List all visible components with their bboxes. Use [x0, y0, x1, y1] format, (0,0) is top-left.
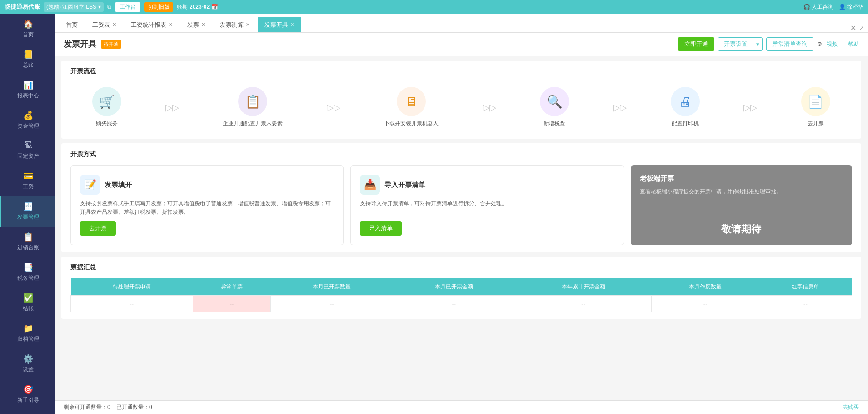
summary-data-row: -- -- -- -- -- -- -- [71, 296, 852, 312]
header-month-count: 本月已开票数量 [271, 278, 393, 296]
open-now-button[interactable]: 立即开通 [678, 37, 714, 51]
help-area: ⚙ 视频 | 帮助 [817, 40, 859, 48]
open-settings-button[interactable]: 开票设置 [718, 38, 753, 50]
abnormal-list-button[interactable]: 异常清单查询 [766, 37, 813, 51]
flow-step-buy[interactable]: 🛒 购买服务 [92, 87, 121, 127]
sidebar-label-invoice: 发票管理 [17, 213, 39, 221]
funds-icon: 💰 [23, 111, 33, 121]
tab-home[interactable]: 首页 [59, 17, 85, 32]
switch-old-button[interactable]: 切到旧版 [144, 2, 173, 12]
flow-step-download[interactable]: 🖥 下载并安装开票机器人 [384, 87, 439, 127]
calendar-icon[interactable]: 📅 [211, 4, 218, 10]
cell-abnormal: -- [193, 296, 271, 312]
sidebar-item-purchase[interactable]: 📋 进销台账 [0, 227, 55, 257]
flow-arrow-3: ▷▷ [483, 102, 496, 113]
sidebar-label-guide: 新手引导 [17, 396, 39, 404]
page-title-area: 发票开具 待开通 [64, 39, 121, 50]
help-separator: | [842, 41, 843, 47]
period-info: 账期 2023-02 📅 [177, 3, 218, 11]
tab-invoice-calc[interactable]: 发票测算 ✕ [213, 17, 257, 32]
sidebar-item-funds[interactable]: 💰 资金管理 [0, 105, 55, 136]
used-label: 已开通数量： [116, 404, 149, 410]
sidebar-item-home[interactable]: 🏠 首页 [0, 14, 55, 44]
tab-invoice-issue-close[interactable]: ✕ [290, 22, 294, 28]
person-icon: 👤 [839, 4, 846, 10]
bottom-bar: 剩余可开通数量：0 已开通数量：0 去购买 [55, 400, 868, 414]
sidebar-item-tax[interactable]: 📑 税务管理 [0, 257, 55, 288]
import-list-button[interactable]: 导入清单 [360, 221, 402, 236]
sidebar-item-member[interactable]: ⭐ 畅会员 [0, 409, 55, 414]
buy-link[interactable]: 去购买 [843, 404, 859, 411]
summary-header-row: 待处理开票申请 异常单票 本月已开票数量 本月已开票金额 本年累计开票金额 本月… [71, 278, 852, 296]
flow-step-issue[interactable]: 📄 去开票 [801, 87, 830, 127]
tab-salary-stats-label: 工资统计报表 [131, 21, 166, 29]
tab-invoice-issue[interactable]: 发票开具 ✕ [258, 17, 301, 32]
tab-salary-stats-close[interactable]: ✕ [169, 22, 173, 28]
assets-icon: 🏗 [24, 141, 32, 151]
tab-invoice-list-close[interactable]: ✕ [201, 22, 205, 28]
sidebar-item-settings[interactable]: ⚙️ 设置 [0, 348, 55, 379]
invoice-icon: 🧾 [23, 202, 33, 212]
flow-step-add-tax[interactable]: 🔍 新增税盘 [540, 87, 569, 127]
sidebar-label-ledger: 总账 [23, 61, 34, 69]
method-section: 开票方式 📝 发票填开 支持按照发票样式手工填写开发票；可开具增值税电子普通发票… [61, 143, 861, 252]
tax-icon: 📑 [23, 263, 33, 273]
company-selector[interactable]: (勉励) 江西服室-LSS ▾ [44, 2, 104, 12]
tab-salary-table[interactable]: 工资表 ✕ [85, 17, 123, 32]
sidebar-item-guide[interactable]: 🎯 新手引导 [0, 379, 55, 409]
customer-service-link[interactable]: 🎧 人工咨询 [803, 3, 833, 11]
tab-salary-table-close[interactable]: ✕ [112, 22, 116, 28]
tab-salary-stats[interactable]: 工资统计报表 ✕ [124, 17, 180, 32]
copy-icon[interactable]: ⧉ [107, 4, 111, 10]
flow-step-config[interactable]: 📋 企业开通配置开票六要素 [223, 87, 283, 127]
sidebar-item-invoice[interactable]: 🧾 发票管理 [0, 196, 55, 227]
config-icon: 📋 [238, 87, 267, 116]
sidebar-label-reports: 报表中心 [17, 92, 39, 100]
add-tax-icon: 🔍 [540, 87, 569, 116]
main-layout: 🏠 首页 📒 总账 📊 报表中心 💰 资金管理 🏗 固定资产 💳 工资 🧾 发票… [0, 14, 868, 414]
settings-small-icon: ⚙ [817, 41, 822, 47]
header-year-amount: 本年累计开票金额 [515, 278, 652, 296]
tab-invoice-list[interactable]: 发票 ✕ [180, 17, 212, 32]
cell-year-amount: -- [515, 296, 652, 312]
sidebar-item-ledger[interactable]: 📒 总账 [0, 44, 55, 75]
go-issue-button[interactable]: 去开票 [80, 221, 116, 236]
sidebar-item-reports[interactable]: 📊 报表中心 [0, 75, 55, 105]
tab-home-label: 首页 [66, 21, 78, 29]
import-icon: 📥 [360, 175, 380, 195]
import-desc: 支持导入待开票清单，可对待开票清单进行拆分、合并处理。 [360, 199, 614, 217]
help-link[interactable]: 帮助 [848, 40, 859, 48]
open-settings-arrow[interactable]: ▾ [753, 38, 762, 50]
user-avatar[interactable]: 👤 徐泽华 [839, 3, 863, 11]
video-link[interactable]: 视频 [827, 40, 838, 48]
bottom-stats: 剩余可开通数量：0 已开通数量：0 [64, 404, 152, 411]
sidebar-item-archive[interactable]: 📁 归档管理 [0, 318, 55, 348]
period-value: 2023-02 [190, 4, 210, 10]
flow-step-printer[interactable]: 🖨 配置打印机 [671, 87, 700, 127]
settings-icon: ⚙️ [23, 354, 33, 364]
sidebar-label-salary: 工资 [23, 183, 34, 191]
boss-card-desc: 查看老板端小程序提交的开票申请，并作出批准处理审批。 [640, 187, 843, 213]
sidebar-item-assets[interactable]: 🏗 固定资产 [0, 136, 55, 166]
tab-invoice-calc-close[interactable]: ✕ [246, 22, 250, 28]
sidebar-label-assets: 固定资产 [17, 152, 39, 160]
tab-bar-resize-icon[interactable]: ⤢ [859, 25, 864, 32]
method-card-boss: 老板端开票 查看老板端小程序提交的开票申请，并作出批准处理审批。 敬请期待 [631, 165, 852, 245]
tab-bar-close-icon[interactable]: ✕ [850, 24, 856, 32]
method-cards: 📝 发票填开 支持按照发票样式手工填写开发票；可开具增值税电子普通发票、增值税普… [70, 165, 852, 245]
header-month-amount: 本月已开票金额 [393, 278, 515, 296]
sidebar-item-salary[interactable]: 💳 工资 [0, 166, 55, 196]
sidebar-item-settlement[interactable]: ✅ 结账 [0, 288, 55, 318]
reports-icon: 📊 [23, 80, 33, 90]
cell-month-amount: -- [393, 296, 515, 312]
remaining-value: 0 [107, 404, 110, 410]
page-content: 发票开具 待开通 立即开通 开票设置 ▾ 异常清单查询 ⚙ 视频 | 帮助 [55, 33, 868, 400]
flow-arrow-4: ▷▷ [613, 102, 627, 113]
sidebar-label-home: 首页 [23, 31, 34, 39]
tab-invoice-calc-label: 发票测算 [220, 21, 244, 29]
workbench-button[interactable]: 工作台 [115, 2, 140, 12]
cell-void-count: -- [652, 296, 759, 312]
cell-pending: -- [71, 296, 193, 312]
buy-service-icon: 🛒 [92, 87, 121, 116]
method-card-manual: 📝 发票填开 支持按照发票样式手工填写开发票；可开具增值税电子普通发票、增值税普… [70, 165, 344, 245]
